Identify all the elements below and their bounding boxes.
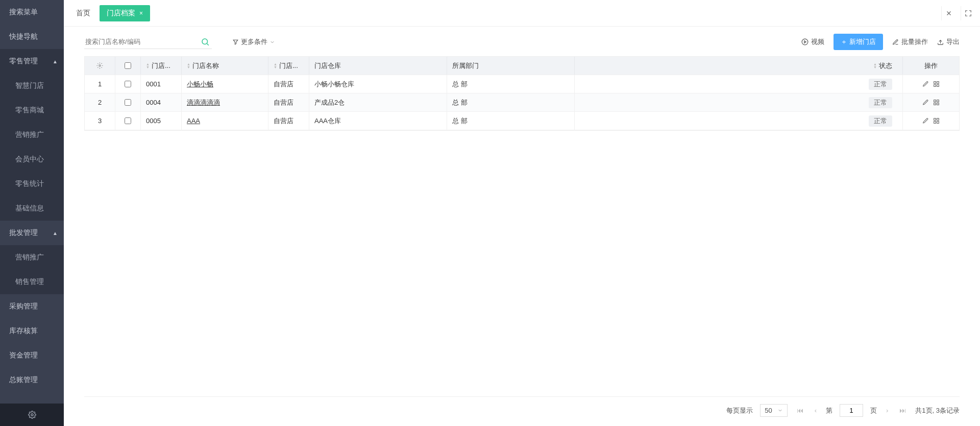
batch-ops-button[interactable]: 批量操作	[892, 37, 928, 46]
caret-up-icon: ▲	[53, 59, 58, 64]
col-type[interactable]: ▲▼门店...	[268, 57, 309, 75]
row-name-link[interactable]: 小畅小畅	[182, 75, 268, 93]
page-next-button[interactable]: ›	[884, 407, 890, 414]
sidebar-item-sales-mgmt[interactable]: 销售管理	[0, 270, 64, 294]
col-code[interactable]: ▲▼门店...	[141, 57, 182, 75]
close-icon	[945, 10, 952, 17]
row-edit-button[interactable]	[922, 81, 929, 87]
svg-rect-4	[934, 82, 936, 84]
page-first-button[interactable]: ⏮	[795, 407, 805, 414]
row-edit-button[interactable]	[922, 117, 929, 124]
sidebar-item-marketing-2[interactable]: 营销推广	[0, 245, 64, 270]
sidebar-item-smart-store[interactable]: 智慧门店	[0, 74, 64, 98]
sidebar-item-search-menu[interactable]: 搜索菜单	[0, 0, 64, 25]
row-edit-button[interactable]	[922, 99, 929, 106]
filter-icon	[232, 39, 239, 45]
search-button[interactable]	[199, 37, 212, 46]
status-badge: 正常	[869, 115, 892, 127]
sort-icon: ▲▼	[146, 63, 150, 69]
store-table: ▲▼门店... ▲▼门店名称 ▲▼门店... 门店仓库 所属部门 ▲▼状态 操作…	[84, 56, 960, 131]
video-button[interactable]: 视频	[801, 37, 824, 46]
export-icon	[937, 39, 944, 45]
edit-icon	[892, 39, 899, 45]
row-code: 0001	[141, 75, 182, 93]
sidebar-item-funds-mgmt[interactable]: 资金管理	[0, 343, 64, 368]
page-last-button[interactable]: ⏭	[897, 407, 908, 414]
chevron-down-icon	[777, 408, 783, 413]
svg-rect-10	[934, 103, 936, 105]
per-page-select[interactable]: 50	[760, 404, 787, 417]
row-name-link[interactable]: 滴滴滴滴滴	[182, 93, 268, 111]
export-button[interactable]: 导出	[937, 37, 960, 46]
sidebar-item-stock-accounting[interactable]: 库存核算	[0, 319, 64, 343]
search-icon	[201, 37, 210, 46]
row-index: 3	[85, 112, 115, 130]
col-settings[interactable]	[85, 57, 115, 75]
row-more-button[interactable]	[933, 99, 940, 106]
svg-rect-11	[937, 103, 939, 105]
row-checkbox[interactable]	[125, 99, 131, 106]
gear-icon	[96, 62, 103, 69]
sidebar-item-basic-info[interactable]: 基础信息	[0, 196, 64, 221]
row-warehouse: 产成品2仓	[309, 93, 447, 111]
sidebar-item-retail-mall[interactable]: 零售商城	[0, 98, 64, 123]
chevron-down-icon	[270, 39, 275, 45]
svg-rect-13	[937, 119, 939, 121]
svg-rect-6	[934, 85, 936, 87]
row-type: 自营店	[268, 93, 309, 111]
row-name-link[interactable]: AAA	[182, 112, 268, 130]
tabbar: 首页 门店档案 ×	[64, 0, 980, 27]
caret-up-icon: ▲	[53, 230, 58, 236]
play-circle-icon	[801, 38, 808, 45]
sidebar-group-wholesale[interactable]: 批发管理▲	[0, 221, 64, 245]
tab-home[interactable]: 首页	[69, 5, 97, 21]
status-badge: 正常	[869, 79, 892, 90]
svg-rect-8	[934, 100, 936, 102]
plus-icon: ＋	[841, 37, 847, 46]
svg-rect-9	[937, 100, 939, 102]
row-warehouse: 小畅小畅仓库	[309, 75, 447, 93]
row-department: 总 部	[447, 112, 575, 130]
status-badge: 正常	[869, 97, 892, 108]
sidebar-item-procurement[interactable]: 采购管理	[0, 294, 64, 319]
sidebar-item-retail-stats[interactable]: 零售统计	[0, 172, 64, 196]
sidebar-group-retail[interactable]: 零售管理▲	[0, 49, 64, 74]
sidebar-item-ledger-mgmt[interactable]: 总账管理	[0, 368, 64, 392]
search-input[interactable]	[84, 35, 199, 49]
page-prefix: 第	[826, 406, 832, 415]
sidebar-item-marketing-1[interactable]: 营销推广	[0, 123, 64, 147]
sidebar-item-member-center[interactable]: 会员中心	[0, 147, 64, 172]
checkbox-all[interactable]	[125, 62, 131, 69]
row-warehouse: AAA仓库	[309, 112, 447, 130]
col-status[interactable]: ▲▼状态	[575, 57, 903, 75]
row-index: 2	[85, 93, 115, 111]
sort-icon: ▲▼	[873, 63, 877, 69]
toolbar: 更多条件 视频 ＋ 新增门店 批量操作	[84, 34, 960, 50]
row-checkbox[interactable]	[125, 81, 131, 87]
tab-close-all-button[interactable]	[941, 6, 955, 20]
add-store-button[interactable]: ＋ 新增门店	[834, 34, 883, 50]
col-name[interactable]: ▲▼门店名称	[182, 57, 268, 75]
row-more-button[interactable]	[933, 81, 940, 87]
sidebar: 搜索菜单 快捷导航 零售管理▲ 智慧门店 零售商城 营销推广 会员中心 零售统计…	[0, 0, 64, 426]
svg-rect-14	[934, 122, 936, 124]
sort-icon: ▲▼	[187, 63, 190, 69]
col-ops: 操作	[903, 57, 959, 75]
col-warehouse: 门店仓库	[309, 57, 447, 75]
more-filter-toggle[interactable]: 更多条件	[232, 37, 275, 46]
per-page-label: 每页显示	[726, 406, 753, 415]
table-row: 2 0004 滴滴滴滴滴 自营店 产成品2仓 总 部 正常	[85, 93, 959, 112]
page-input[interactable]	[840, 404, 863, 417]
sidebar-item-quick-nav[interactable]: 快捷导航	[0, 25, 64, 49]
tab-store-archive[interactable]: 门店档案 ×	[100, 5, 150, 21]
close-icon[interactable]: ×	[139, 10, 143, 17]
row-checkbox[interactable]	[125, 117, 131, 124]
row-code: 0005	[141, 112, 182, 130]
page-prev-button[interactable]: ‹	[813, 407, 819, 414]
row-type: 自营店	[268, 75, 309, 93]
sidebar-settings-button[interactable]	[0, 404, 64, 426]
row-type: 自营店	[268, 112, 309, 130]
col-checkbox-all[interactable]	[115, 57, 141, 75]
tab-fullscreen-button[interactable]	[961, 6, 975, 20]
row-more-button[interactable]	[933, 117, 940, 124]
